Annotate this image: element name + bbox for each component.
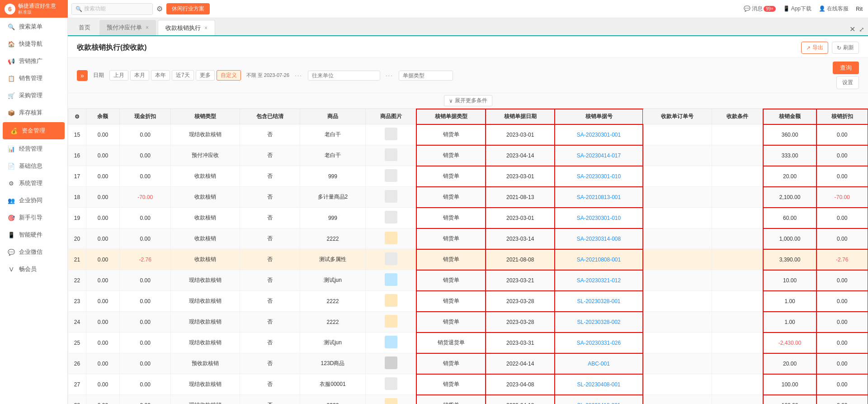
tab-prepayment[interactable]: 预付冲应付单 × (99, 20, 156, 35)
sidebar-label-inventory: 库存核算 (19, 109, 42, 117)
sidebar-item-collab[interactable]: 👥 企业协同 (0, 192, 67, 209)
th-icon[interactable]: ⚙ (68, 109, 86, 124)
verify-no-link[interactable]: SL-20230328-001 (577, 298, 620, 304)
column-settings-icon[interactable]: ⚙ (75, 114, 80, 120)
cell-balance: 0.00 (86, 228, 120, 249)
tab-verify[interactable]: 收款核销执行 × (158, 20, 215, 35)
industry-btn[interactable]: 休闲行业方案 (166, 3, 210, 14)
sidebar-item-guide[interactable]: 🎯 新手引导 (0, 209, 67, 226)
date-label: 日期 (93, 71, 104, 79)
table-row: 22 0.00 0.00 现结收款核销 否 测试jun 销货单 2023-03-… (68, 270, 868, 291)
verify-no-link[interactable]: SA-20230314-008 (577, 236, 621, 242)
cell-verify-date: 2023-03-01 (486, 124, 555, 145)
date-btn-this-month[interactable]: 本月 (130, 70, 149, 81)
tab-home[interactable]: 首页 (71, 20, 98, 35)
table-wrapper: ⚙ 余额 现金折扣 核销类型 包含已结清 商品 商品图片 核销单据类型 核销单据… (68, 109, 868, 404)
sidebar-item-inventory[interactable]: 📦 库存核算 (0, 104, 67, 121)
verify-no-link[interactable]: SA-20230301-001 (577, 132, 621, 138)
logo-icon: 6 (5, 4, 15, 14)
sidebar-item-system[interactable]: ⚙ 系统管理 (0, 175, 67, 192)
date-btn-more[interactable]: 更多 (196, 70, 215, 81)
export-button[interactable]: ↗ 导出 (801, 42, 828, 54)
tab-verify-close[interactable]: × (204, 25, 208, 31)
cell-verify-type: 收款核销 (171, 187, 240, 208)
table-container[interactable]: ⚙ 余额 现金折扣 核销类型 包含已结清 商品 商品图片 核销单据类型 核销单据… (68, 109, 868, 404)
cell-cash-discount: 0.00 (119, 353, 170, 374)
cell-product-img (365, 208, 416, 228)
sidebar-label-base: 基础信息 (19, 162, 42, 170)
sidebar-item-marketing[interactable]: 📢 营销推广 (0, 52, 67, 70)
sidebar-item-wechat[interactable]: 💬 企业微信 (0, 243, 67, 261)
sidebar-label-search: 搜索菜单 (19, 23, 42, 31)
message-icon[interactable]: 💬 消息99+ (744, 5, 776, 13)
verify-no-link[interactable]: SL-20230328-002 (577, 319, 620, 325)
verify-no-link[interactable]: SA-20230414-017 (577, 152, 621, 159)
cell-verify-date: 2023-04-14 (486, 145, 555, 166)
cell-verify-bill-type: 销货单 (416, 228, 486, 249)
cell-product-img (365, 395, 416, 404)
sidebar-item-sales[interactable]: 📋 销售管理 (0, 70, 67, 87)
verify-no-link[interactable]: SA-20230321-012 (577, 277, 621, 284)
cell-verify-bill-type: 销货单 (416, 145, 486, 166)
top-search[interactable]: 🔍 搜索功能 (71, 3, 153, 15)
sidebar-item-base[interactable]: 📄 基础信息 (0, 157, 67, 175)
tab-expand-icon[interactable]: ⤢ (859, 26, 864, 33)
sidebar-item-member[interactable]: V 畅会员 (0, 261, 67, 278)
cell-balance: 0.00 (86, 187, 120, 208)
online-service[interactable]: 👤 在线客服 (819, 5, 849, 13)
cell-verify-no: SA-20210813-001 (555, 187, 643, 208)
single-type-select[interactable]: 单据类型 (399, 71, 453, 81)
date-btn-this-year[interactable]: 本年 (151, 70, 170, 81)
tab-prepayment-close[interactable]: × (146, 24, 149, 31)
counterparty-input[interactable] (308, 71, 380, 81)
date-btn-7days[interactable]: 近7天 (172, 70, 194, 81)
setting-button[interactable]: 设置 (836, 76, 859, 89)
cell-verify-type: 预付冲应收 (171, 145, 240, 166)
gear-icon[interactable]: ⚙ (156, 5, 163, 13)
date-btn-last-month[interactable]: 上月 (109, 70, 128, 81)
cell-receipt-condition (712, 208, 763, 228)
cell-cash-discount: -70.00 (119, 187, 170, 208)
cell-verify-amount: 360.00 (763, 124, 816, 145)
cell-balance: 0.00 (86, 333, 120, 353)
cell-include-settled: 否 (240, 249, 300, 270)
sidebar-item-business[interactable]: 📊 经营管理 (0, 140, 67, 157)
cell-verify-no: SL-20230408-001 (555, 374, 643, 395)
cell-verify-amount: 20.00 (763, 353, 816, 374)
refresh-button[interactable]: ↻ 刷新 (832, 42, 859, 54)
user-name[interactable]: Rit (856, 6, 863, 12)
verify-no-link[interactable]: SL-20230418-001 (577, 402, 620, 404)
date-btn-custom[interactable]: 自定义 (217, 70, 241, 81)
cell-verify-no: ABC-001 (555, 353, 643, 374)
expand-more-btn[interactable]: ∨ 展开更多条件 (444, 95, 492, 106)
sidebar-item-finance[interactable]: 💰 资金管理 (3, 122, 65, 139)
verify-no-link[interactable]: SA-20210808-001 (577, 257, 621, 263)
sidebar-item-nav[interactable]: 🏠 快捷导航 (0, 35, 67, 52)
verify-no-link[interactable]: SL-20230408-001 (577, 381, 620, 388)
verify-no-link[interactable]: SA-20230301-010 (577, 215, 621, 221)
verify-no-link[interactable]: SA-20230331-026 (577, 340, 621, 346)
cell-verify-discount: 0.00 (816, 228, 868, 249)
cell-receipt-condition (712, 353, 763, 374)
cell-verify-no: SA-20230314-008 (555, 228, 643, 249)
sidebar-item-purchase[interactable]: 🛒 采购管理 (0, 87, 67, 104)
verify-no-link[interactable]: SA-20210813-001 (577, 194, 621, 200)
sidebar-item-hardware[interactable]: 📱 智能硬件 (0, 226, 67, 243)
cell-product-img (365, 228, 416, 249)
app-download[interactable]: 📱 App下载 (783, 5, 811, 13)
header-actions: ↗ 导出 ↻ 刷新 (801, 42, 859, 54)
cell-verify-amount: 2,100.00 (763, 187, 816, 208)
cell-verify-type: 收款核销 (171, 166, 240, 187)
verify-no-link[interactable]: ABC-001 (588, 361, 610, 367)
tab-close-window-icon[interactable]: ✕ (849, 25, 855, 33)
date-options: 上月 本月 本年 近7天 更多 自定义 (109, 70, 241, 81)
filter-expand-btn[interactable]: » (77, 70, 88, 81)
content-area: 首页 预付冲应付单 × 收款核销执行 × ✕ ⤢ 收款核销执行(按收款) ↗ (68, 18, 868, 404)
page-content: 收款核销执行(按收款) ↗ 导出 ↻ 刷新 » 日期 上月 (68, 36, 868, 404)
verify-no-link[interactable]: SA-20230301-010 (577, 173, 621, 180)
cell-receipt-order-no (643, 166, 712, 187)
sidebar-item-search[interactable]: 🔍 搜索菜单 (0, 18, 67, 35)
query-button[interactable]: 查询 (833, 62, 859, 74)
cell-no: 21 (68, 249, 86, 270)
cell-receipt-order-no (643, 312, 712, 333)
